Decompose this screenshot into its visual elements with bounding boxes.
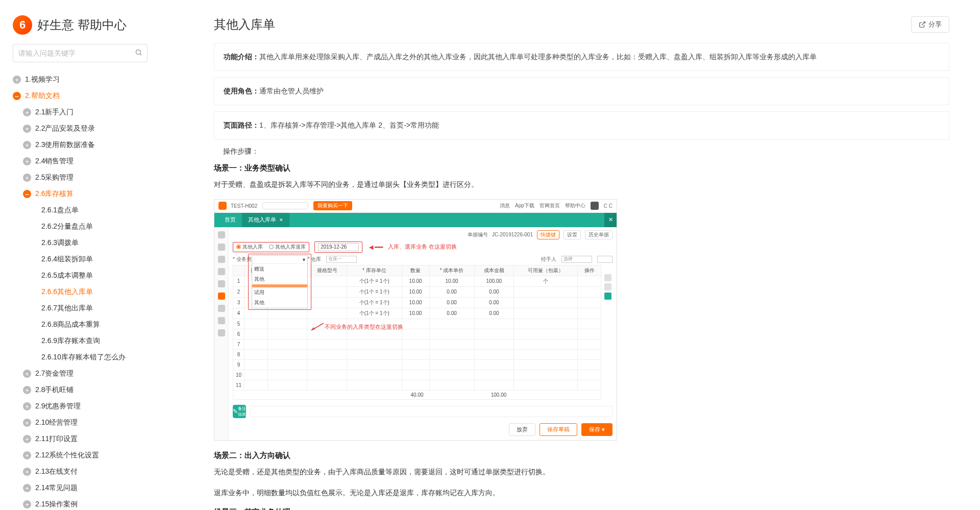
mock-type-switch-annotation: 其他入库 其他入库退库 — [233, 242, 309, 252]
sidebar-item[interactable]: +1.视频学习 — [13, 71, 148, 88]
mock-actions: 放弃 保存草稿 保存 ▾ — [233, 423, 612, 436]
sidebar-item[interactable]: 2.6.9库存账本查询 — [13, 333, 148, 349]
sidebar-item[interactable]: −2.6库存核算 — [13, 186, 148, 202]
expand-icon: + — [23, 402, 31, 410]
sidebar-item[interactable]: 2.6.2分量盘点单 — [13, 218, 148, 235]
mock-search-input — [262, 202, 308, 209]
sidebar-item[interactable]: 2.6.10库存账本错了怎么办 — [13, 349, 148, 366]
sidebar-nav: +1.视频学习−2.帮助文档+2.1新手入门+2.2产品安装及登录+2.3使用前… — [13, 71, 148, 510]
sidebar-item-label: 2.6.3调拨单 — [41, 238, 79, 248]
sidebar-item-label: 2.6库存核算 — [35, 189, 74, 199]
expand-icon: + — [23, 468, 31, 476]
annotation-text-2: 不同业务的入库类型在这里切换 — [325, 323, 403, 331]
path-text: 1、库存核算->库存管理->其他入库单 2、首页->常用功能 — [259, 121, 439, 129]
intro-label: 功能介绍： — [224, 53, 259, 61]
sidebar-item[interactable]: +2.1新手入门 — [13, 104, 148, 120]
expand-icon: + — [13, 76, 21, 84]
sidebar-item-label: 2.4销售管理 — [35, 157, 74, 166]
sidebar-item-label: 2.6.6其他入库单 — [41, 287, 93, 297]
sidebar-item-label: 2.7资金管理 — [35, 369, 74, 378]
sidebar-item-label: 2.14常见问题 — [35, 483, 78, 493]
sidebar-item[interactable]: 2.6.4组装拆卸单 — [13, 251, 148, 268]
sidebar-search — [13, 44, 148, 62]
sidebar-item[interactable]: +2.7资金管理 — [13, 366, 148, 382]
search-input[interactable] — [13, 44, 148, 62]
sidebar-item[interactable]: 2.6.6其他入库单 — [13, 284, 148, 300]
sidebar-item[interactable]: +2.2产品安装及登录 — [13, 120, 148, 137]
expand-icon: + — [23, 484, 31, 492]
sidebar-item[interactable]: +2.8手机旺铺 — [13, 382, 148, 398]
sidebar-item[interactable]: +2.10经营管理 — [13, 415, 148, 431]
mock-account-id: TEST-H002 — [231, 203, 257, 209]
sidebar-item-label: 2.6.9库存账本查询 — [41, 336, 100, 346]
sidebar-item-label: 2.2产品安装及登录 — [35, 124, 95, 133]
page-title: 其他入库单 — [214, 16, 949, 33]
sidebar-item[interactable]: +2.4销售管理 — [13, 153, 148, 169]
share-label: 分享 — [928, 20, 942, 29]
sidebar-item-label: 2.帮助文档 — [25, 91, 60, 101]
sidebar-item[interactable]: 2.6.5成本调整单 — [13, 268, 148, 284]
sidebar-item-label: 2.6.4组装拆卸单 — [41, 255, 93, 264]
mock-top-link: 官网首页 — [540, 202, 560, 209]
avatar-icon — [591, 202, 599, 210]
annotation-text-1: 入库、退库业务 在这里切换 — [388, 243, 457, 251]
mock-toolbar-link: 设置 — [564, 230, 581, 239]
mock-toolbar-link: 历史单据 — [585, 230, 612, 239]
mock-remark-row: ✎备注信息 — [233, 405, 612, 418]
sidebar-item[interactable]: −2.帮助文档 — [13, 88, 148, 104]
expand-icon: + — [23, 141, 31, 149]
sidebar-item-label: 1.视频学习 — [25, 75, 60, 84]
scene2-title: 场景二：出入方向确认 — [214, 451, 949, 460]
sidebar-item[interactable]: 2.6.8商品成本重算 — [13, 317, 148, 333]
collapse-icon: − — [23, 190, 31, 198]
mock-dropdown-annotation: ▾ 赠送 其他 试用 其他 — [248, 254, 311, 310]
sidebar-item-label: 2.6.8商品成本重算 — [41, 320, 100, 329]
sidebar-item-label: 2.10经营管理 — [35, 418, 78, 427]
sidebar-item[interactable]: +2.14常见问题 — [13, 480, 148, 496]
logo-row: 6 好生意 帮助中心 — [13, 15, 148, 35]
sidebar-item[interactable]: +2.13在线支付 — [13, 464, 148, 480]
path-label: 页面路径： — [224, 121, 259, 129]
mock-doc-no-label: 单据编号 — [468, 231, 488, 238]
role-text: 通常由仓管人员维护 — [259, 87, 324, 95]
sidebar-item[interactable]: 2.6.7其他出库单 — [13, 300, 148, 317]
sidebar-item-label: 2.6.5成本调整单 — [41, 271, 93, 280]
mock-cancel-button: 放弃 — [509, 423, 535, 436]
sidebar-item[interactable]: +2.9优惠券管理 — [13, 398, 148, 415]
app-title: 好生意 帮助中心 — [37, 17, 127, 33]
mock-topbar: TEST-H002 我要购买一下 消息App下载官网首页帮助中心C C — [214, 200, 617, 213]
sidebar-item[interactable]: +2.5采购管理 — [13, 169, 148, 186]
mock-doc-no: JC-20191226-001 — [492, 232, 533, 237]
mock-draft-button: 保存草稿 — [540, 423, 577, 436]
expand-icon: + — [23, 174, 31, 182]
role-label: 使用角色： — [224, 87, 259, 95]
scene2-text2: 退库业务中，明细数量均以负值红色展示。无论是入库还是退库，库存账均记在入库方向。 — [214, 487, 949, 499]
expand-icon: + — [23, 157, 31, 165]
sidebar-item[interactable]: +2.12系统个性化设置 — [13, 447, 148, 464]
path-card: 页面路径：1、库存核算->库存管理->其他入库单 2、首页->常用功能 — [214, 111, 949, 139]
mock-doc-toolbar: 单据编号 JC-20191226-001 快捷键 设置 历史单据 — [233, 230, 612, 239]
intro-text: 其他入库单用来处理除采购入库、产成品入库之外的其他入库业务，因此其他入库单可处理… — [259, 53, 817, 61]
role-card: 使用角色：通常由仓管人员维护 — [214, 77, 949, 105]
sidebar-item-label: 2.6.2分量盘点单 — [41, 222, 93, 231]
sidebar-item-label: 2.13在线支付 — [35, 467, 78, 476]
sidebar-item[interactable]: 2.6.3调拨单 — [13, 235, 148, 251]
sidebar-item-label: 2.6.10库存账本错了怎么办 — [41, 353, 126, 362]
sidebar-item-label: 2.8手机旺铺 — [35, 385, 74, 395]
sidebar-item-label: 2.6.1盘点单 — [41, 206, 79, 215]
sidebar-item[interactable]: +2.3使用前数据准备 — [13, 137, 148, 153]
sidebar-item-label: 2.3使用前数据准备 — [35, 140, 95, 150]
sidebar-item-label: 2.1新手入门 — [35, 108, 74, 117]
share-button[interactable]: 分享 — [911, 16, 949, 33]
sidebar-item[interactable]: +2.11打印设置 — [13, 431, 148, 447]
expand-icon: + — [23, 435, 31, 443]
mock-top-links: 消息App下载官网首页帮助中心C C — [500, 202, 612, 210]
scene1-text: 对于受赠、盘盈或是拆装入库等不同的业务，是通过单据头【业务类型】进行区分。 — [214, 178, 949, 191]
mock-summary-row: 40.00 100.00 — [233, 391, 601, 400]
expand-icon: + — [23, 386, 31, 394]
sidebar-item[interactable]: +2.15操作案例 — [13, 496, 148, 510]
sidebar-item-label: 2.9优惠券管理 — [35, 402, 81, 411]
logo-icon: 6 — [13, 15, 32, 35]
mock-tab-active: 其他入库单✕ — [242, 213, 289, 227]
sidebar-item[interactable]: 2.6.1盘点单 — [13, 202, 148, 218]
